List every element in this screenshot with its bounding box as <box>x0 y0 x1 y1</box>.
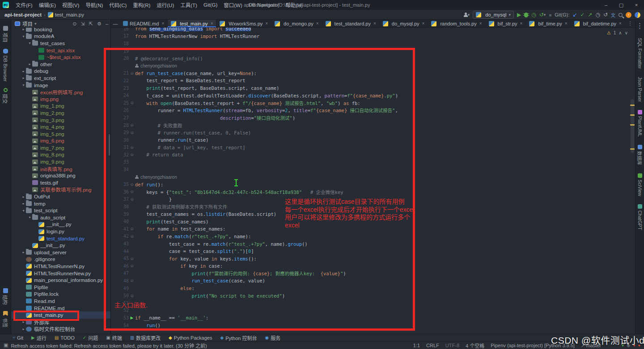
project-scrollbar[interactable] <box>109 134 110 156</box>
run-config-select[interactable]: do_mysql ▾ <box>473 11 514 19</box>
fold-icon[interactable]: ⊖ <box>129 278 135 283</box>
tree-item-htmltestrunnern-py[interactable]: HTMLTestRunnerN.py <box>11 263 111 270</box>
tab-close-icon[interactable]: × <box>373 21 376 26</box>
tool-window-commit[interactable]: 提交 <box>2 88 9 104</box>
fold-icon[interactable]: ⊖ <box>129 227 135 231</box>
code-area[interactable]: 16from send_dingding_datas import succee… <box>111 28 635 334</box>
profile-button[interactable]: ◷ <box>531 12 536 18</box>
tree-item-excel-png[interactable]: excel用例填写.png <box>11 88 111 96</box>
translate-icon[interactable]: 文 <box>611 12 615 18</box>
fold-icon[interactable]: ⊖ <box>129 182 135 187</box>
fold-icon[interactable]: ⊖ <box>129 264 135 268</box>
hidden-tabs-icon[interactable]: ⋮ <box>625 20 635 27</box>
git-push-icon[interactable]: ↗ <box>588 12 592 18</box>
menu--w-[interactable]: 窗口(W) <box>220 0 246 10</box>
minimize-button[interactable]: – <box>598 0 614 10</box>
hide-panel-icon[interactable]: – <box>106 21 108 27</box>
tree-item--[interactable]: ▸外部库 <box>11 319 111 326</box>
next-warning-icon[interactable]: ∨ <box>625 30 628 35</box>
project-panel-title[interactable]: 项目 <box>22 20 33 27</box>
tool-window-bookmarks[interactable]: 书签 <box>2 311 9 328</box>
plugin-duo-icon[interactable] <box>635 12 640 18</box>
tree-item-main_personal_information-py[interactable]: main_personal_information.py <box>11 277 111 284</box>
settings-gear-icon[interactable]: ⚙ <box>97 21 102 27</box>
chevron-icon[interactable]: ▸ <box>21 76 26 80</box>
tab-bif_str-py[interactable]: bif_str.py× <box>486 20 526 27</box>
tree-item-image[interactable]: ▾image <box>11 82 111 89</box>
tree-item--gitignore[interactable]: .gitignore <box>11 256 111 263</box>
tree-item-test_api-xlsx[interactable]: test_api.xlsx <box>11 47 111 54</box>
tree-item-img_8-png[interactable]: img_8.png <box>11 151 111 159</box>
tree-item-__init__-py[interactable]: __init__.py <box>11 221 111 228</box>
caret-position[interactable]: 1:1 <box>413 343 420 348</box>
chevron-icon[interactable]: ▸ <box>21 250 26 254</box>
status-message[interactable]: ▣ Refresh access token failed: Refresh a… <box>4 342 207 349</box>
close-button[interactable]: × <box>629 0 644 10</box>
tab-close-icon[interactable]: × <box>161 21 164 26</box>
tree-item-login-py[interactable]: login.py <box>11 228 111 235</box>
fold-icon[interactable]: ⊖ <box>129 71 135 76</box>
editor-scrollbar[interactable] <box>631 99 634 153</box>
tab-wxworksms-py[interactable]: WxworkSms.py× <box>216 20 271 27</box>
collapse-all-icon[interactable]: ⇱ <box>89 21 93 27</box>
tree-item--[interactable]: ▸临时文件和控制台 <box>11 326 111 333</box>
run-button[interactable]: ▶ <box>517 12 521 18</box>
fold-icon[interactable]: ⊖ <box>129 101 135 105</box>
inspection-widget[interactable]: ⚠ 1 ∧ ∨ <box>607 30 628 35</box>
history-icon[interactable]: ◷ <box>595 12 600 18</box>
locate-file-icon[interactable]: ⊙ <box>72 21 76 27</box>
tree-item--test_api-xlsx[interactable]: ~$test_api.xlsx <box>11 54 111 61</box>
tree-item-img_6-png[interactable]: img_6.png <box>11 138 111 145</box>
tree-item-output[interactable]: ▸OutPut <box>11 193 111 200</box>
tree-item-debug[interactable]: ▸debug <box>11 68 111 75</box>
tool-window-json-parser[interactable]: Json Parser <box>637 77 643 102</box>
expand-all-icon[interactable]: ⇲ <box>81 21 85 27</box>
breadcrumb-file[interactable]: test_main.py <box>48 12 84 17</box>
bottom-tool--[interactable]: ▣终端 <box>106 334 122 341</box>
tree-item-img_3-png[interactable]: img_3.png <box>11 117 111 124</box>
fold-icon[interactable]: ⊖ <box>129 130 135 135</box>
chevron-icon[interactable]: ▸ <box>21 320 26 324</box>
menu--v-[interactable]: 视图(V) <box>59 0 82 10</box>
tree-item-temp[interactable]: ▸temp <box>11 200 111 207</box>
plugin-orange-icon[interactable]: ↑ <box>626 12 631 18</box>
project-view-chevron[interactable]: ▾ <box>34 21 37 26</box>
fold-icon[interactable]: ⊖ <box>129 256 135 261</box>
tree-item-img_5-png[interactable]: img_5.png <box>11 130 111 138</box>
tree-item-tests-gif[interactable]: tests.gif <box>11 179 111 186</box>
chevron-icon[interactable]: ▸ <box>21 195 26 199</box>
tab-test_main-py[interactable]: test_main.py× <box>168 20 216 27</box>
menu--n-[interactable]: 导航(N) <box>82 0 106 10</box>
tree-item-origina388l-png[interactable]: origina388l.png <box>11 172 111 179</box>
bottom-tool--[interactable]: ◉服务 <box>265 334 280 341</box>
menu--r-[interactable]: 重构(R) <box>130 0 153 10</box>
tree-item-readme-md[interactable]: README.md <box>11 305 111 312</box>
tree-item-test_main-py[interactable]: test_main.py <box>11 311 111 319</box>
rollback-icon[interactable]: ↺ <box>603 12 608 18</box>
tab-bif_datetime-py[interactable]: bif_datetime.py× <box>571 20 625 27</box>
git-commit-icon[interactable]: ✓ <box>580 12 585 18</box>
tool-window-plantuml[interactable]: PlantUML <box>637 110 643 137</box>
menu--e-[interactable]: 编辑(E) <box>36 0 59 10</box>
stop-button[interactable]: ■ <box>549 13 551 17</box>
tree-item-read-md[interactable]: Read.md <box>11 298 111 305</box>
tree-item-img-png[interactable]: img.png <box>11 96 111 103</box>
run-line-icon[interactable]: ▶ <box>129 315 135 320</box>
chevron-icon[interactable]: ▾ <box>27 41 32 45</box>
tree-item-img_2-png[interactable]: img_2.png <box>11 109 111 117</box>
tool-window-sciview[interactable]: SciView <box>637 173 643 196</box>
bottom-tool--[interactable]: ▥数据库更改 <box>130 334 161 341</box>
tree-item-other[interactable]: ▸other <box>11 61 111 68</box>
tree-item-test_standard-py[interactable]: test_standard.py <box>11 235 111 242</box>
file-encoding[interactable]: UTF-8 <box>445 343 459 348</box>
menu--u-[interactable]: 运行(U) <box>153 0 177 10</box>
maximize-button[interactable]: ▢ <box>614 0 629 10</box>
tree-item-__init__-py[interactable]: __init__.py <box>11 242 111 249</box>
chevron-icon[interactable]: ▸ <box>21 27 26 31</box>
fold-icon[interactable]: ⊖ <box>129 189 135 194</box>
tree-item-img_1-png[interactable]: img_1.png <box>11 103 111 110</box>
tree-item-pipfile-lock[interactable]: Pipfile.lock <box>11 291 111 298</box>
user-icon[interactable]: ▾ <box>463 13 470 17</box>
chevron-icon[interactable]: ▾ <box>27 215 32 219</box>
tree-item-init-png[interactable]: init表填写.png <box>11 165 111 172</box>
